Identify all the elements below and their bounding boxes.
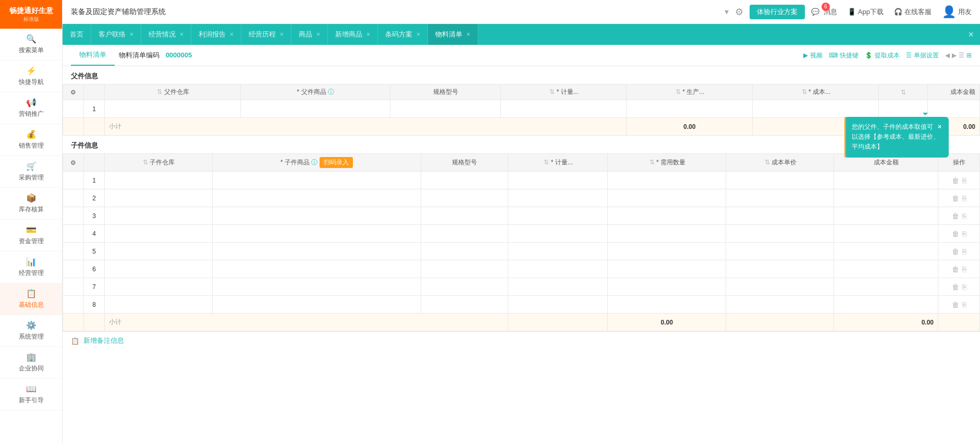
child-row-unit[interactable]	[508, 207, 608, 225]
tab-barcode-close[interactable]: ×	[416, 31, 420, 38]
tab-clients[interactable]: 客户联络 ×	[91, 24, 141, 45]
tab-addgoods[interactable]: 新增商品 ×	[328, 24, 378, 45]
user-button[interactable]: 👤 用友	[942, 5, 972, 19]
tab-profit[interactable]: 利润报告 ×	[191, 24, 241, 45]
child-row-spec[interactable]	[421, 207, 508, 225]
child-row-goods[interactable]	[212, 172, 421, 189]
child-row-goods[interactable]	[212, 207, 421, 225]
delete-icon[interactable]: 🗑	[952, 247, 959, 256]
tab-addgoods-close[interactable]: ×	[366, 31, 370, 38]
child-row-unit-cost[interactable]	[726, 225, 834, 243]
child-row-warehouse[interactable]	[105, 225, 213, 243]
child-row-unit[interactable]	[508, 296, 608, 314]
copy-icon[interactable]: ⎘	[962, 194, 966, 202]
child-row-needed-qty[interactable]	[608, 243, 726, 260]
child-row-warehouse[interactable]	[105, 296, 213, 314]
service-button[interactable]: 🎧 在线客服	[894, 7, 932, 17]
child-row-spec[interactable]	[421, 189, 508, 207]
child-row-unit[interactable]	[508, 189, 608, 207]
child-row-warehouse[interactable]	[105, 172, 213, 189]
tab-history[interactable]: 经营历程 ×	[241, 24, 291, 45]
child-row-goods[interactable]	[212, 278, 421, 296]
video-action[interactable]: ▶ 视频	[803, 51, 823, 60]
child-row-warehouse[interactable]	[105, 260, 213, 278]
child-row-goods[interactable]	[212, 189, 421, 207]
copy-icon[interactable]: ⎘	[962, 212, 966, 220]
child-row-unit-cost[interactable]	[726, 189, 834, 207]
sidebar-item-purchase[interactable]: 🛒 采购管理	[0, 156, 62, 188]
prev-icon[interactable]: ◀	[945, 52, 950, 59]
sub-tab-bom[interactable]: 物料清单	[71, 45, 115, 66]
child-row-warehouse[interactable]	[105, 189, 213, 207]
tab-bom[interactable]: 物料清单 ×	[428, 24, 478, 45]
parent-row-spec[interactable]	[390, 100, 500, 118]
sidebar-item-finance[interactable]: 💳 资金管理	[0, 220, 62, 251]
child-row-unit-cost[interactable]	[726, 260, 834, 278]
child-row-needed-qty[interactable]	[608, 278, 726, 296]
app-button[interactable]: 📱 App下载	[848, 7, 884, 17]
child-row-unit[interactable]	[508, 260, 608, 278]
dropdown-icon[interactable]: ▾	[725, 7, 729, 17]
child-row-unit[interactable]	[508, 225, 608, 243]
delete-icon[interactable]: 🗑	[952, 194, 959, 202]
child-row-needed-qty[interactable]	[608, 189, 726, 207]
grid-icon[interactable]: ⊞	[966, 52, 972, 59]
tab-barcode[interactable]: 条码方案 ×	[378, 24, 428, 45]
parent-row-warehouse[interactable]	[105, 100, 241, 118]
copy-icon[interactable]: ⎘	[962, 247, 966, 256]
delete-icon[interactable]: 🗑	[952, 301, 959, 309]
child-row-spec[interactable]	[421, 225, 508, 243]
bottom-text[interactable]: 新增备注信息	[83, 336, 124, 345]
tab-operations[interactable]: 经营情况 ×	[141, 24, 191, 45]
child-row-spec[interactable]	[421, 260, 508, 278]
sidebar-item-inventory[interactable]: 📦 库存核算	[0, 188, 62, 220]
sidebar-item-guide[interactable]: 📖 新手引导	[0, 379, 62, 411]
child-row-unit[interactable]	[508, 172, 608, 189]
sidebar-item-quicknav[interactable]: ⚡ 快捷导航	[0, 61, 62, 92]
trial-button[interactable]: 体验行业方案	[750, 5, 805, 19]
parent-row-cost[interactable]	[753, 100, 879, 118]
scan-input-button[interactable]: 扫码录入	[320, 157, 353, 168]
child-row-spec[interactable]	[421, 172, 508, 189]
child-row-spec[interactable]	[421, 296, 508, 314]
child-row-unit-cost[interactable]	[726, 172, 834, 189]
close-all-tabs[interactable]: ×	[962, 29, 980, 40]
child-row-unit-cost[interactable]	[726, 296, 834, 314]
delete-icon[interactable]: 🗑	[952, 283, 959, 291]
child-row-warehouse[interactable]	[105, 243, 213, 260]
parent-row-production[interactable]	[627, 100, 753, 118]
child-row-needed-qty[interactable]	[608, 296, 726, 314]
parent-row-goods[interactable]	[241, 100, 390, 118]
tab-operations-close[interactable]: ×	[180, 31, 183, 38]
tab-clients-close[interactable]: ×	[130, 31, 133, 38]
child-row-unit-cost[interactable]	[726, 243, 834, 260]
child-row-unit[interactable]	[508, 278, 608, 296]
copy-icon[interactable]: ⎘	[962, 283, 966, 291]
child-row-needed-qty[interactable]	[608, 260, 726, 278]
parent-row-unit[interactable]	[500, 100, 627, 118]
shortcut-action[interactable]: ⌨ 快捷键	[829, 51, 859, 60]
child-row-spec[interactable]	[421, 278, 508, 296]
sidebar-item-system[interactable]: ⚙️ 系统管理	[0, 315, 62, 347]
delete-icon[interactable]: 🗑	[952, 176, 959, 185]
copy-icon[interactable]: ⎘	[962, 230, 966, 238]
single-settings-action[interactable]: ☰ 单据设置	[906, 51, 939, 60]
sidebar-item-operations[interactable]: 📊 经营管理	[0, 251, 62, 283]
child-row-goods[interactable]	[212, 225, 421, 243]
sidebar-item-enterprise[interactable]: 🏢 企业协同	[0, 347, 62, 379]
child-row-warehouse[interactable]	[105, 278, 213, 296]
copy-icon[interactable]: ⎘	[962, 265, 966, 273]
tooltip-close[interactable]: ×	[938, 122, 941, 132]
tab-bom-close[interactable]: ×	[467, 31, 470, 38]
child-row-unit-cost[interactable]	[726, 207, 834, 225]
sidebar-item-marketing[interactable]: 📢 营销推广	[0, 92, 62, 124]
child-row-needed-qty[interactable]	[608, 207, 726, 225]
delete-icon[interactable]: 🗑	[952, 265, 959, 273]
child-row-spec[interactable]	[421, 243, 508, 260]
tab-home[interactable]: 首页	[63, 24, 91, 45]
copy-icon[interactable]: ⎘	[962, 301, 966, 309]
child-row-goods[interactable]	[212, 296, 421, 314]
child-row-unit[interactable]	[508, 243, 608, 260]
tab-goods[interactable]: 商品 ×	[291, 24, 328, 45]
sidebar-item-basic[interactable]: 📋 基础信息	[0, 283, 62, 315]
